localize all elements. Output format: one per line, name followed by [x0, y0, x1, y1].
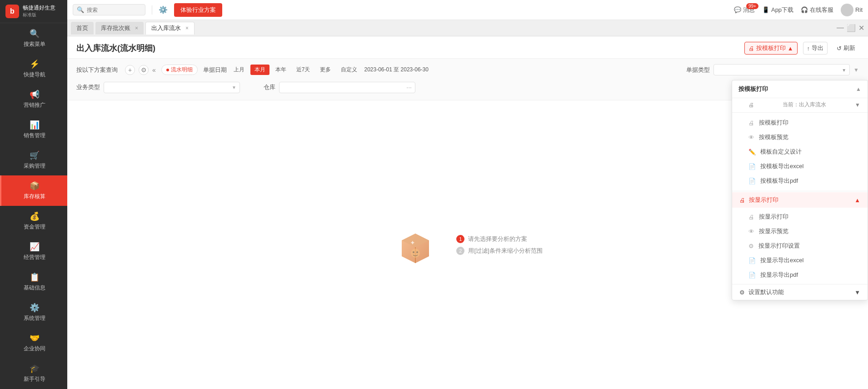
display-section-header[interactable]: 🖨 按显示打印 ▲ — [732, 192, 868, 208]
date-btn-this-year[interactable]: 本年 — [271, 65, 290, 75]
print-display-item[interactable]: 🖨 按显示打印 — [732, 209, 868, 224]
tab-batch[interactable]: 库存批次账 × — [95, 22, 144, 35]
tab-batch-close[interactable]: × — [135, 25, 138, 31]
sidebar-item-sales[interactable]: 📊 销售管理 — [0, 115, 67, 145]
sidebar-item-finance[interactable]: 💰 资金管理 — [0, 206, 67, 236]
sidebar-item-base[interactable]: 📋 基础信息 — [0, 267, 67, 297]
excel-icon: 📄 — [748, 163, 756, 170]
window-minimize-icon[interactable]: — — [837, 24, 844, 32]
business-type-wrapper: 业务类型 ▼ — [76, 82, 240, 93]
online-service-btn[interactable]: 🎧 在线客服 — [801, 6, 833, 14]
tab-flow-label: 出入库流水 — [151, 24, 181, 32]
sidebar-item-shortcut[interactable]: ⚡ 快捷导航 — [0, 54, 67, 84]
message-icon: 💬 — [734, 6, 741, 13]
tabs-bar: 首页 库存批次账 × 出入库流水 × — ⬜ ✕ — [67, 20, 868, 36]
search-icon: 🔍 — [30, 29, 40, 39]
export-pdf-display-item[interactable]: 📄 按显示导出pdf — [732, 268, 868, 282]
print-settings-item[interactable]: ⚙ 按显示打印设置 — [732, 239, 868, 253]
app-download-btn[interactable]: 📱 App下载 — [762, 6, 793, 14]
avatar — [841, 4, 853, 16]
doc-type-select[interactable] — [713, 64, 850, 75]
custom-template-item[interactable]: ✏️ 模板自定义设计 — [732, 145, 868, 159]
sidebar-item-guide[interactable]: 🎓 新手引导 — [0, 358, 67, 389]
print-display-label: 按显示打印 — [759, 213, 788, 221]
filter-add-btn[interactable]: + — [125, 65, 135, 75]
date-btn-more[interactable]: 更多 — [316, 65, 335, 75]
sidebar-item-inventory[interactable]: 📦 库存核算 — [0, 175, 67, 206]
business-dropdown-icon: ▼ — [232, 85, 236, 90]
date-btn-last-month[interactable]: 上月 — [229, 65, 249, 75]
sidebar-item-marketing[interactable]: 📢 营销推广 — [0, 84, 67, 115]
refresh-btn[interactable]: ↺ 刷新 — [833, 42, 859, 54]
export-excel-display-item[interactable]: 📄 按显示导出excel — [732, 253, 868, 268]
date-options: 上月 本月 本年 近7天 更多 自定义 — [229, 65, 362, 75]
download-icon: 📱 — [762, 6, 769, 13]
trial-btn[interactable]: 体验行业方案 — [174, 3, 222, 17]
service-icon: 🎧 — [801, 6, 808, 13]
export-pdf-display-label: 按显示导出pdf — [760, 271, 798, 279]
guide-icon: 🎓 — [30, 364, 40, 374]
date-btn-last7[interactable]: 近7天 — [292, 65, 314, 75]
filter-chip[interactable]: 流水明细 — [161, 65, 198, 75]
doc-type-label: 单据类型 — [686, 66, 710, 74]
export-pdf-template-item[interactable]: 📄 按模板导出pdf — [732, 174, 868, 188]
filter-collapse-btn[interactable]: « — [152, 66, 156, 74]
date-label: 单据日期 — [203, 66, 227, 74]
tab-home[interactable]: 首页 — [71, 22, 94, 35]
template-section: 🖨 按模板打印 👁 按模板预览 ✏️ 模板自定义设计 📄 按模板导出excel … — [732, 114, 868, 190]
export-excel-template-item[interactable]: 📄 按模板导出excel — [732, 159, 868, 174]
print-template-label: 按模板打印 — [756, 44, 786, 52]
tab-flow[interactable]: 出入库流水 × — [145, 22, 195, 35]
warehouse-more-icon[interactable]: ··· — [406, 84, 412, 91]
user-avatar-btn[interactable]: Rit — [841, 4, 863, 16]
svg-text:✦: ✦ — [410, 239, 415, 246]
step-2-text: 用[过滤]条件来缩小分析范围 — [468, 247, 542, 255]
tab-flow-close[interactable]: × — [185, 25, 189, 31]
current-chevron: ▼ — [855, 102, 860, 108]
dropdown-header: 按模板打印 ▲ — [732, 80, 868, 98]
date-btn-this-month[interactable]: 本月 — [250, 65, 269, 75]
sidebar-item-label: 新手引导 — [24, 375, 45, 383]
preview-display-item[interactable]: 👁 按显示预览 — [732, 224, 868, 239]
dropdown-footer[interactable]: ⚙ 设置默认功能 ▼ — [732, 284, 868, 300]
date-filter: 单据日期 上月 本月 本年 近7天 更多 自定义 2023-06-01 至 20… — [203, 65, 429, 75]
warehouse-select[interactable] — [279, 82, 415, 93]
warehouse-label: 仓库 — [264, 83, 275, 91]
print-template-btn[interactable]: 🖨 按模板打印 ▲ — [744, 42, 798, 55]
preview-template-item-label: 按模板预览 — [759, 133, 788, 141]
topbar-search-box[interactable]: 🔍 — [73, 4, 145, 15]
sidebar-item-enterprise[interactable]: 🤝 企业协同 — [0, 328, 67, 358]
empty-step-1: 1 请先选择要分析的方案 — [456, 235, 542, 243]
date-range-display: 2023-06-01 至 2023-06-30 — [364, 66, 428, 74]
search-input[interactable] — [87, 7, 132, 13]
refresh-icon: ↺ — [837, 45, 842, 52]
gear-icon[interactable]: ⚙️ — [159, 5, 168, 14]
sidebar-item-label: 采购管理 — [24, 162, 45, 170]
sidebar-item-operations[interactable]: 📈 经营管理 — [0, 236, 67, 267]
export-label: 导出 — [812, 44, 823, 52]
sidebar-item-system[interactable]: ⚙️ 系统管理 — [0, 297, 67, 328]
export-btn[interactable]: ↑ 导出 — [803, 42, 828, 55]
svg-point-6 — [416, 251, 418, 253]
print-template-item[interactable]: 🖨 按模板打印 — [732, 115, 868, 130]
divider-2 — [732, 191, 868, 191]
window-expand-icon[interactable]: ⬜ — [847, 24, 856, 32]
sales-icon: 📊 — [30, 120, 40, 130]
sidebar-item-search[interactable]: 🔍 搜索菜单 — [0, 23, 67, 54]
app-download-label: App下载 — [771, 6, 793, 14]
business-type-select[interactable] — [104, 82, 240, 93]
dropdown-collapse-btn[interactable]: ▲ — [856, 86, 861, 92]
message-btn[interactable]: 💬 消息 99+ — [734, 6, 755, 14]
sidebar-item-label: 库存核算 — [24, 193, 45, 200]
preview-icon: 👁 — [748, 134, 754, 141]
printer-icon: 🖨 — [748, 45, 754, 52]
date-btn-custom[interactable]: 自定义 — [337, 65, 361, 75]
filter-gear-btn[interactable]: ⚙ — [139, 65, 149, 75]
window-close-icon[interactable]: ✕ — [858, 24, 864, 32]
sidebar-item-purchase[interactable]: 🛒 采购管理 — [0, 145, 67, 175]
step-1-text: 请先选择要分析的方案 — [468, 235, 527, 243]
app-logo: b 畅捷通好生意 标准版 — [0, 0, 67, 23]
current-label: 当前：出入库流水 — [783, 101, 826, 109]
preview-template-item[interactable]: 👁 按模板预览 — [732, 130, 868, 145]
purchase-icon: 🛒 — [30, 150, 40, 160]
